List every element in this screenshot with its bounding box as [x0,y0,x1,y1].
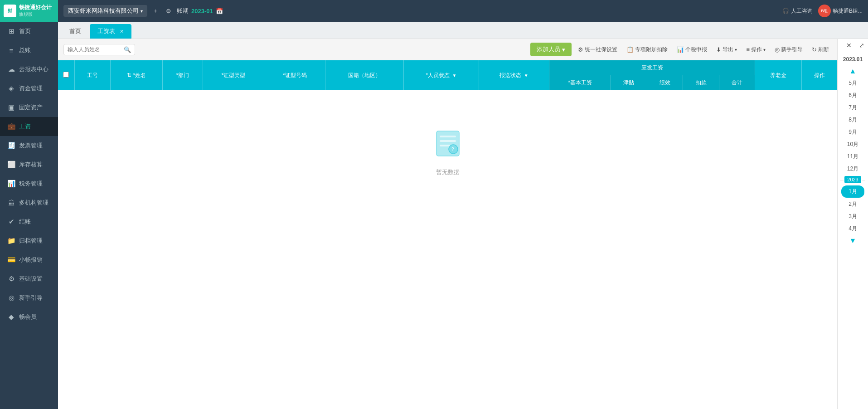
sidebar-item-label: 结账 [19,218,31,226]
panel-month-3[interactable]: 3月 [838,210,868,223]
tab-home[interactable]: 首页 [62,24,89,39]
guide-btn-icon: ◎ [775,46,780,53]
panel-month-12[interactable]: 12月 [838,163,868,175]
new-guide-btn[interactable]: ◎ 新手引导 [772,44,805,55]
company-name: 西安虾米网络科技有限公司 [68,7,139,15]
sidebar-item-member[interactable]: ◆ 畅会员 [0,307,58,326]
tax-icon: 📊 [7,180,15,188]
topbar-right: 🎧 人工咨询 B组 畅捷通B组... [782,5,863,17]
archive-icon: 📁 [7,237,15,245]
panel-month-8[interactable]: 8月 [838,114,868,126]
sidebar-item-label: 归档管理 [19,237,43,245]
tab-home-label: 首页 [69,28,81,34]
sidebar-item-label: 首页 [19,27,31,35]
sidebar-item-ledger[interactable]: ≡ 总账 [0,41,58,60]
panel-month-11[interactable]: 11月 [838,151,868,163]
svg-rect-3 [440,145,451,146]
refresh-btn[interactable]: ↻ 刷新 [809,44,832,55]
user-profile-btn[interactable]: B组 畅捷通B组... [818,5,863,17]
operations-dropdown-icon: ▾ [763,47,766,52]
panel-month-10[interactable]: 10月 [838,138,868,151]
svg-rect-2 [440,140,456,142]
panel-current-period: 2023.01 [843,54,863,65]
panel-expand-btn[interactable]: ⤢ [855,39,868,52]
th-id-type: *证型类型 [203,60,264,90]
user-avatar: B组 [818,5,831,17]
operations-icon: ≡ [746,46,750,53]
sidebar-item-expense[interactable]: 💳 小畅报销 [0,250,58,269]
sidebar-item-tax[interactable]: 📊 税务管理 [0,174,58,193]
sidebar-item-label: 云报表中心 [19,65,48,73]
right-panel: ✕ ⤢ 2023.01 ▲ 5月 6月 7月 8月 9月 10月 [837,39,868,409]
sidebar-item-home[interactable]: ⊞ 首页 [0,22,58,41]
settings-btn[interactable]: ⚙ [164,6,173,16]
sidebar-item-label: 发票管理 [19,141,43,150]
tab-salary[interactable]: 工资表 ✕ [90,24,131,39]
panel-up-nav[interactable]: ▲ [838,65,868,77]
th-basic-salary: *基本工资 [549,75,611,90]
sidebar-item-inventory[interactable]: ⬜ 库存核算 [0,155,58,174]
sidebar-item-salary[interactable]: 💼 工资 [0,117,58,136]
account-period-label: 账期 [177,7,189,15]
add-company-btn[interactable]: ＋ [151,5,160,17]
panel-down-nav[interactable]: ▼ [838,235,868,247]
sidebar-item-label: 基础设置 [19,275,43,283]
search-input[interactable] [68,46,122,53]
social-security-btn[interactable]: ⚙ 统一社保设置 [575,44,620,55]
cloud-icon: ☁ [7,65,15,73]
th-performance: 绩效 [647,75,683,90]
status-filter-icon[interactable]: ▼ [452,73,457,78]
special-deduction-btn[interactable]: 📋 专项附加扣除 [624,44,670,55]
table-wrap: 工号 ⇅ *姓名 *部门 *证型类型 *证型号码 国籍（地区） *人员状态 [58,60,837,409]
th-employee-id: 工号 [74,60,111,90]
refresh-icon: ↻ [812,46,817,53]
sidebar: 财 畅捷通好会计 旗舰版 ⊞ 首页 ≡ 总账 ☁ 云报表中心 ◈ 资金管理 ▣ … [0,0,58,409]
tab-salary-label: 工资表 [97,28,115,34]
user-name: 畅捷通B组... [833,7,863,15]
sidebar-item-archive[interactable]: 📁 归档管理 [0,231,58,250]
panel-month-9[interactable]: 9月 [838,126,868,138]
add-dropdown-icon: ▾ [562,46,565,53]
new-guide-label: 新手引导 [781,46,803,54]
action-toolbar: 🔍 添加人员 ▾ ⚙ 统一社保设置 📋 专项附加扣除 📊 个税申报 [58,39,837,60]
calendar-icon[interactable]: 📅 [216,8,223,15]
sidebar-item-settings[interactable]: ⚙ 基础设置 [0,269,58,288]
th-operations: 操作 [801,60,837,90]
personal-tax-btn[interactable]: 📊 个税申报 [674,44,710,55]
assets-icon: ▣ [7,103,15,112]
sidebar-item-label: 总账 [19,46,31,54]
select-all-checkbox[interactable] [63,72,69,78]
social-security-label: 统一社保设置 [585,46,617,54]
add-person-btn[interactable]: 添加人员 ▾ [530,43,572,56]
sidebar-item-checkout[interactable]: ✔ 结账 [0,212,58,231]
export-btn[interactable]: ⬇ 导出 ▾ [713,44,740,55]
panel-month-2[interactable]: 2月 [838,198,868,210]
report-filter-icon[interactable]: ▼ [524,73,529,78]
guide-icon: ◎ [7,294,15,302]
export-dropdown-icon: ▾ [735,47,737,52]
human-service-btn[interactable]: 🎧 人工咨询 [782,7,813,15]
panel-month-1-active[interactable]: 1月 [841,185,864,198]
sidebar-item-guide[interactable]: ◎ 新手引导 [0,288,58,307]
panel-month-4[interactable]: 4月 [838,223,868,235]
personal-tax-label: 个税申报 [685,46,707,54]
panel-close-btn[interactable]: ✕ [843,39,855,52]
sidebar-item-fixed-assets[interactable]: ▣ 固定资产 [0,98,58,117]
panel-month-7[interactable]: 7月 [838,102,868,114]
logo-icon: 财 [4,5,16,17]
operations-btn[interactable]: ≡ 操作 ▾ [743,44,768,55]
add-person-label: 添加人员 [537,45,560,54]
sidebar-item-multi-org[interactable]: 🏛 多机构管理 [0,193,58,212]
sidebar-item-cloud-report[interactable]: ☁ 云报表中心 [0,60,58,79]
panel-month-5[interactable]: 5月 [838,77,868,89]
topbar: 西安虾米网络科技有限公司 ▾ ＋ ⚙ 账期 2023-01 📅 🎧 人工咨询 B… [58,0,868,22]
sidebar-item-invoice[interactable]: 🧾 发票管理 [0,136,58,155]
panel-month-6[interactable]: 6月 [838,89,868,102]
main-area: 西安虾米网络科技有限公司 ▾ ＋ ⚙ 账期 2023-01 📅 🎧 人工咨询 B… [58,0,868,409]
invoice-icon: 🧾 [7,141,15,150]
company-selector[interactable]: 西安虾米网络科技有限公司 ▾ [63,5,147,17]
sidebar-item-label: 工资 [19,122,31,131]
tab-close-icon[interactable]: ✕ [120,29,124,34]
sidebar-item-fund[interactable]: ◈ 资金管理 [0,79,58,98]
sidebar-item-label: 资金管理 [19,84,43,93]
